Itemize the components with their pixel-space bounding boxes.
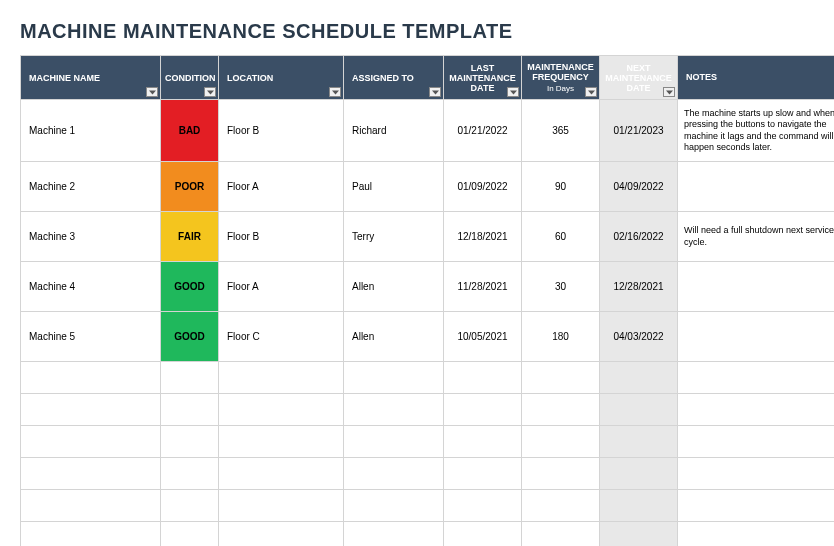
header-label: NEXT MAINTENANCE DATE: [605, 63, 672, 93]
cell-empty[interactable]: [600, 458, 678, 490]
cell-empty[interactable]: [344, 362, 444, 394]
cell-condition[interactable]: GOOD: [161, 262, 219, 312]
cell-last-date[interactable]: 10/05/2021: [444, 312, 522, 362]
cell-assigned[interactable]: Paul: [344, 162, 444, 212]
filter-dropdown-icon[interactable]: [329, 87, 341, 97]
cell-last-date[interactable]: 01/21/2022: [444, 100, 522, 162]
cell-empty[interactable]: [219, 426, 344, 458]
filter-dropdown-icon[interactable]: [663, 87, 675, 97]
cell-condition[interactable]: POOR: [161, 162, 219, 212]
cell-empty[interactable]: [21, 522, 161, 547]
cell-empty[interactable]: [161, 490, 219, 522]
cell-next-date[interactable]: 04/09/2022: [600, 162, 678, 212]
cell-empty[interactable]: [678, 490, 835, 522]
cell-notes[interactable]: [678, 162, 835, 212]
cell-empty[interactable]: [678, 362, 835, 394]
cell-empty[interactable]: [600, 426, 678, 458]
cell-condition[interactable]: BAD: [161, 100, 219, 162]
cell-empty[interactable]: [678, 394, 835, 426]
cell-machine-name[interactable]: Machine 5: [21, 312, 161, 362]
filter-dropdown-icon[interactable]: [204, 87, 216, 97]
cell-empty[interactable]: [219, 522, 344, 547]
cell-frequency[interactable]: 90: [522, 162, 600, 212]
cell-next-date[interactable]: 12/28/2021: [600, 262, 678, 312]
cell-frequency[interactable]: 60: [522, 212, 600, 262]
header-next-date: NEXT MAINTENANCE DATE: [600, 56, 678, 100]
cell-empty[interactable]: [344, 458, 444, 490]
cell-empty[interactable]: [522, 362, 600, 394]
cell-empty[interactable]: [600, 362, 678, 394]
cell-empty[interactable]: [219, 490, 344, 522]
cell-assigned[interactable]: Allen: [344, 262, 444, 312]
cell-empty[interactable]: [344, 522, 444, 547]
cell-location[interactable]: Floor C: [219, 312, 344, 362]
cell-empty[interactable]: [444, 490, 522, 522]
cell-empty[interactable]: [161, 362, 219, 394]
filter-dropdown-icon[interactable]: [429, 87, 441, 97]
cell-notes[interactable]: The machine starts up slow and when pres…: [678, 100, 835, 162]
cell-assigned[interactable]: Allen: [344, 312, 444, 362]
cell-assigned[interactable]: Terry: [344, 212, 444, 262]
cell-empty[interactable]: [161, 394, 219, 426]
cell-empty[interactable]: [600, 522, 678, 547]
cell-location[interactable]: Floor B: [219, 212, 344, 262]
cell-location[interactable]: Floor B: [219, 100, 344, 162]
filter-dropdown-icon[interactable]: [507, 87, 519, 97]
cell-last-date[interactable]: 12/18/2021: [444, 212, 522, 262]
cell-frequency[interactable]: 365: [522, 100, 600, 162]
cell-notes[interactable]: [678, 262, 835, 312]
cell-frequency[interactable]: 30: [522, 262, 600, 312]
cell-empty[interactable]: [21, 426, 161, 458]
cell-last-date[interactable]: 11/28/2021: [444, 262, 522, 312]
cell-empty[interactable]: [444, 362, 522, 394]
cell-empty[interactable]: [444, 522, 522, 547]
cell-empty[interactable]: [161, 458, 219, 490]
cell-condition[interactable]: FAIR: [161, 212, 219, 262]
cell-next-date[interactable]: 01/21/2023: [600, 100, 678, 162]
cell-empty[interactable]: [344, 490, 444, 522]
cell-empty[interactable]: [344, 426, 444, 458]
cell-location[interactable]: Floor A: [219, 162, 344, 212]
cell-empty[interactable]: [522, 522, 600, 547]
cell-empty[interactable]: [219, 362, 344, 394]
cell-empty[interactable]: [678, 426, 835, 458]
cell-empty[interactable]: [444, 458, 522, 490]
cell-frequency[interactable]: 180: [522, 312, 600, 362]
cell-empty[interactable]: [522, 394, 600, 426]
cell-machine-name[interactable]: Machine 1: [21, 100, 161, 162]
cell-empty[interactable]: [522, 490, 600, 522]
cell-notes[interactable]: Will need a full shutdown next service c…: [678, 212, 835, 262]
cell-empty[interactable]: [21, 394, 161, 426]
cell-empty[interactable]: [219, 394, 344, 426]
cell-empty[interactable]: [21, 458, 161, 490]
cell-next-date[interactable]: 04/03/2022: [600, 312, 678, 362]
cell-empty[interactable]: [21, 490, 161, 522]
cell-machine-name[interactable]: Machine 4: [21, 262, 161, 312]
cell-empty[interactable]: [678, 522, 835, 547]
cell-empty[interactable]: [522, 426, 600, 458]
cell-next-date[interactable]: 02/16/2022: [600, 212, 678, 262]
cell-assigned[interactable]: Richard: [344, 100, 444, 162]
cell-empty[interactable]: [161, 522, 219, 547]
table-row: [21, 362, 835, 394]
cell-empty[interactable]: [600, 490, 678, 522]
cell-machine-name[interactable]: Machine 3: [21, 212, 161, 262]
cell-machine-name[interactable]: Machine 2: [21, 162, 161, 212]
filter-dropdown-icon[interactable]: [146, 87, 158, 97]
cell-empty[interactable]: [678, 458, 835, 490]
filter-dropdown-icon[interactable]: [585, 87, 597, 97]
cell-empty[interactable]: [219, 458, 344, 490]
cell-empty[interactable]: [444, 426, 522, 458]
cell-empty[interactable]: [600, 394, 678, 426]
cell-empty[interactable]: [344, 394, 444, 426]
cell-empty[interactable]: [522, 458, 600, 490]
cell-empty[interactable]: [161, 426, 219, 458]
page-title: MACHINE MAINTENANCE SCHEDULE TEMPLATE: [20, 20, 814, 43]
cell-location[interactable]: Floor A: [219, 262, 344, 312]
cell-notes[interactable]: [678, 312, 835, 362]
table-row: [21, 522, 835, 547]
cell-empty[interactable]: [444, 394, 522, 426]
cell-empty[interactable]: [21, 362, 161, 394]
cell-condition[interactable]: GOOD: [161, 312, 219, 362]
cell-last-date[interactable]: 01/09/2022: [444, 162, 522, 212]
